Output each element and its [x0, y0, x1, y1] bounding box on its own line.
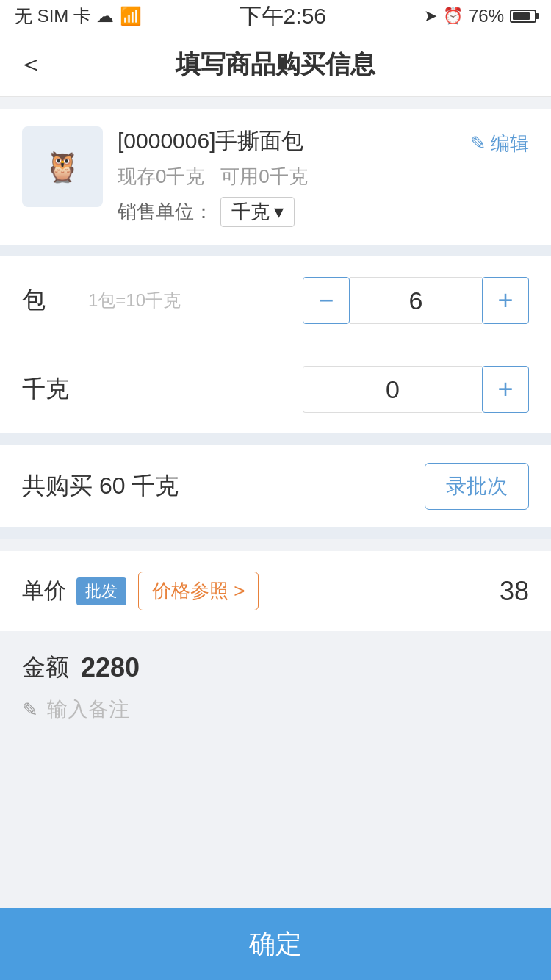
nav-bar: ＜ 填写商品购买信息 [0, 32, 551, 97]
price-value: 38 [500, 576, 529, 607]
product-name: [0000006]手撕面包 [118, 126, 529, 156]
summary-text: 共购买 60 千克 [22, 470, 179, 502]
summary-section: 共购买 60 千克 录批次 [0, 445, 551, 527]
edit-button[interactable]: ✎ 编辑 [470, 131, 529, 156]
status-right: ➤ ⏰ 76% [424, 6, 536, 26]
divider-2 [0, 433, 551, 445]
note-placeholder: 输入备注 [47, 696, 129, 724]
bao-plus-button[interactable]: + [482, 277, 529, 324]
note-row[interactable]: ✎ 输入备注 [22, 696, 529, 724]
bao-input[interactable] [350, 277, 482, 324]
kg-row: 千克 + [22, 345, 529, 433]
kg-plus-button[interactable]: + [482, 366, 529, 413]
alarm-icon: ⏰ [443, 7, 463, 26]
kg-controls: + [303, 366, 529, 413]
back-button[interactable]: ＜ [18, 46, 44, 82]
amount-section: 金额 2280 ✎ 输入备注 [0, 631, 551, 735]
input-section: 包 1包=10千克 − + 千克 + [0, 256, 551, 433]
amount-value: 2280 [81, 652, 140, 683]
product-logo-icon: 🦉 [44, 150, 81, 184]
dropdown-icon: ▾ [274, 201, 284, 223]
product-info: [0000006]手撕面包 现存0千克 可用0千克 销售单位： 千克 ▾ [118, 126, 529, 227]
kg-input[interactable] [303, 366, 482, 413]
product-card: 🦉 [0000006]手撕面包 现存0千克 可用0千克 销售单位： 千克 ▾ ✎… [0, 109, 551, 245]
price-ref-button[interactable]: 价格参照 > [138, 572, 259, 610]
bao-hint: 1包=10千克 [88, 289, 181, 312]
product-unit-row: 销售单位： 千克 ▾ [118, 197, 529, 227]
bao-minus-button[interactable]: − [303, 277, 350, 324]
product-stock: 现存0千克 可用0千克 [118, 164, 529, 190]
bao-label: 包 [22, 284, 81, 317]
price-label: 单价 [22, 576, 66, 606]
unit-label: 销售单位： [118, 199, 213, 225]
wifi-icon: 📶 [120, 6, 142, 26]
price-tag: 批发 [76, 577, 126, 605]
amount-label: 金额 [22, 652, 69, 684]
empty-area [0, 735, 551, 912]
price-section: 单价 批发 价格参照 > 38 [0, 551, 551, 631]
page-title: 填写商品购买信息 [176, 48, 375, 82]
bao-row: 包 1包=10千克 − + [22, 256, 529, 345]
status-bar: 无 SIM 卡 ☁ 📶 下午2:56 ➤ ⏰ 76% [0, 0, 551, 32]
sim-status: 无 SIM 卡 ☁ [15, 4, 114, 28]
unit-value: 千克 [231, 199, 270, 225]
stock-text: 现存0千克 [118, 165, 204, 187]
product-thumbnail: 🦉 [22, 126, 103, 207]
divider-1 [0, 245, 551, 256]
edit-label: 编辑 [491, 131, 529, 156]
status-left: 无 SIM 卡 ☁ 📶 [15, 4, 142, 28]
note-icon: ✎ [22, 699, 38, 721]
unit-select[interactable]: 千克 ▾ [220, 197, 295, 227]
batch-button[interactable]: 录批次 [425, 463, 529, 510]
confirm-button[interactable]: 确定 [0, 908, 551, 980]
divider-3 [0, 527, 551, 539]
edit-icon: ✎ [470, 132, 486, 155]
battery-text: 76% [469, 6, 504, 26]
kg-label: 千克 [22, 373, 81, 406]
battery-icon [510, 10, 536, 23]
available-text: 可用0千克 [220, 165, 307, 187]
bao-controls: − + [303, 277, 529, 324]
location-icon: ➤ [424, 7, 437, 26]
amount-row: 金额 2280 [22, 652, 529, 684]
status-time: 下午2:56 [240, 1, 326, 32]
